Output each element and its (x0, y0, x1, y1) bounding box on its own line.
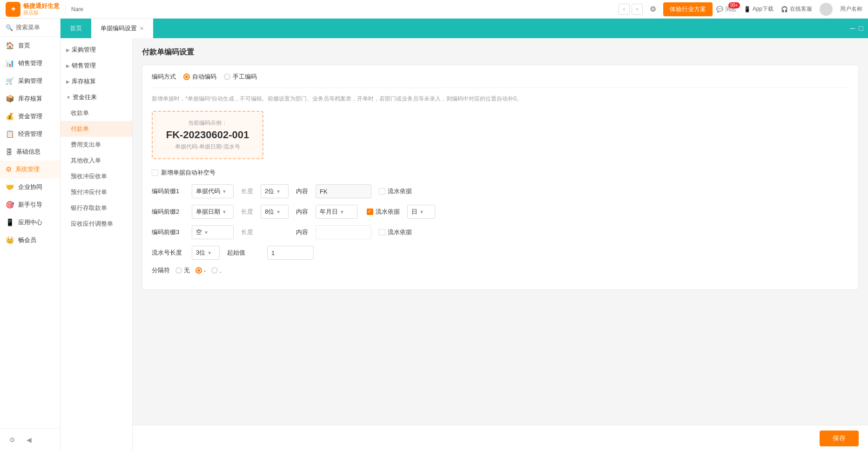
sub-group-inventory: ▶ 库存核算 (61, 74, 132, 89)
sub-group-sales-header[interactable]: ▶ 销售管理 (61, 58, 132, 74)
tab-maximize-button[interactable]: □ (859, 24, 863, 33)
sub-group-capital: ▼ 资金往来 收款单 付款单 费用支出单 其他收入单 (61, 89, 132, 232)
prefix1-serial-checkbox[interactable]: 流水依据 (379, 187, 412, 195)
prefix3-serial-checkbox[interactable]: 流水依据 (379, 228, 412, 236)
prefix2-select[interactable]: 单据日期 ▼ (192, 205, 234, 219)
serial-start-input[interactable]: 1 (267, 246, 314, 260)
auto-fill-checkbox[interactable] (152, 169, 158, 176)
sub-item-payment[interactable]: 付款单 (61, 121, 132, 137)
settings-button[interactable]: ⚙ (646, 3, 659, 16)
trial-button[interactable]: 体验行业方案 (663, 2, 713, 16)
hint-text: 新增单据时，*单据编码*自动生成，不可编辑。前缀设置为部门、业务员等档案类，开单… (152, 94, 849, 103)
sidebar-settings-button[interactable]: ⚙ (6, 433, 19, 446)
nav-back-button[interactable]: ‹ (619, 4, 630, 15)
sub-group-purchase-header[interactable]: ▶ 采购管理 (61, 42, 132, 58)
sub-item-prepay-pay[interactable]: 预付冲应付单 (61, 184, 132, 200)
auto-encode-radio[interactable]: 自动编码 (183, 73, 216, 81)
nav-arrows: ‹ › (619, 4, 643, 15)
sub-item-other-income[interactable]: 其他收入单 (61, 153, 132, 168)
prefix2-content-select[interactable]: 年月日 ▼ (316, 205, 357, 219)
avatar[interactable] (820, 3, 833, 16)
prefix3-label: 编码前缀3 (152, 228, 184, 236)
tabbar-right: ─ □ (850, 24, 868, 33)
sub-group-inventory-header[interactable]: ▶ 库存核算 (61, 74, 132, 89)
tab-home[interactable]: 首页 (61, 19, 91, 38)
prefix2-serial-checkbox[interactable]: 流水依据 (367, 208, 400, 216)
message-button[interactable]: 💬 消息 99+ (716, 5, 736, 13)
manual-encode-radio-btn (224, 74, 230, 80)
sidebar-item-sales[interactable]: 📊 销售管理 (0, 54, 60, 72)
preview-box: 当前编码示例： FK-20230602-001 单据代码-单据日期-流水号 (152, 111, 263, 159)
prefix2-unit-arrow-icon: ▼ (419, 209, 424, 215)
arrow-down-icon: ▼ (66, 95, 71, 100)
sidebar-item-purchase[interactable]: 🛒 采购管理 (0, 72, 60, 90)
prefix3-select[interactable]: 空 ▼ (192, 225, 234, 239)
sep-dash-radio[interactable]: - (195, 267, 206, 274)
message-badge: 99+ (728, 2, 740, 8)
logo-text: 畅捷通好生意 插店版 (23, 2, 60, 16)
prefix1-length-select[interactable]: 2位 ▼ (261, 184, 289, 198)
sep-none-radio-btn (175, 267, 182, 274)
serial-length-select[interactable]: 3位 ▼ (192, 246, 220, 260)
sidebar-item-finance[interactable]: 💰 资金管理 (0, 108, 60, 125)
serial-row: 流水号长度 3位 ▼ 起始值 1 (152, 246, 849, 260)
serial-length-arrow-icon: ▼ (207, 250, 212, 256)
prefix1-length-label: 长度 (241, 187, 253, 195)
tab-encoding[interactable]: 单据编码设置 ✕ (91, 19, 153, 38)
search-menu[interactable]: 🔍 搜索菜单 (0, 19, 60, 37)
sub-item-receipt[interactable]: 收款单 (61, 105, 132, 121)
sub-group-capital-header[interactable]: ▼ 资金往来 (61, 89, 132, 105)
prefix3-content-input[interactable] (316, 225, 371, 239)
sidebar-item-member[interactable]: 👑 畅会员 (0, 231, 60, 249)
sidebar-item-system[interactable]: ⚙ 系统管理 (0, 161, 60, 178)
sidebar-item-home[interactable]: 🏠 首页 (0, 37, 60, 54)
encoding-card: 编码方式 自动编码 手工编码 (142, 65, 859, 290)
finance-icon: 💰 (6, 112, 14, 121)
sidebar-item-operations[interactable]: 📋 经营管理 (0, 125, 60, 143)
sep-dot-radio[interactable]: . (211, 267, 222, 274)
preview-desc: 单据代码-单据日期-流水号 (164, 143, 251, 151)
tab-close-button[interactable]: ✕ (140, 26, 144, 32)
sidebar-item-basic[interactable]: 🗄 基础信息 (0, 143, 60, 161)
manual-encode-radio[interactable]: 手工编码 (224, 73, 257, 81)
tab-minimize-button[interactable]: ─ (850, 24, 855, 33)
sub-item-adjust[interactable]: 应收应付调整单 (61, 216, 132, 232)
app-download-button[interactable]: 📱 App下载 (744, 5, 774, 13)
topbar: ✦ 畅捷通好生意 插店版 Nare ‹ › ⚙ 体验行业方案 💬 消息 99+ … (0, 0, 868, 19)
encoding-type-row: 编码方式 自动编码 手工编码 (152, 73, 849, 88)
save-button[interactable]: 保存 (820, 431, 859, 446)
sub-item-expense[interactable]: 费用支出单 (61, 137, 132, 153)
sub-item-prepay-receive[interactable]: 预收冲应收单 (61, 168, 132, 184)
enterprise-icon: 🤝 (6, 183, 14, 191)
sub-group-purchase: ▶ 采购管理 (61, 42, 132, 58)
nav-forward-button[interactable]: › (632, 4, 643, 15)
sidebar-item-apps[interactable]: 📱 应用中心 (0, 214, 60, 231)
arrow-right-icon: ▶ (66, 63, 70, 68)
inventory-icon: 📦 (6, 94, 14, 103)
sub-item-bank[interactable]: 银行存取款单 (61, 200, 132, 216)
sidebar-item-enterprise[interactable]: 🤝 企业协同 (0, 178, 60, 196)
prefix2-arrow-icon: ▼ (222, 209, 227, 215)
prefix1-content-input[interactable]: FK (316, 184, 371, 198)
sidebar-item-guide[interactable]: 🎯 新手引导 (0, 196, 60, 214)
sidebar-collapse-button[interactable]: ◀ (22, 433, 35, 446)
prefix2-length-select[interactable]: 8位 ▼ (261, 205, 289, 219)
preview-code: FK-20230602-001 (164, 129, 251, 141)
prefix2-serial-unit-select[interactable]: 日 ▼ (407, 205, 435, 219)
prefix3-content-label: 内容 (296, 228, 308, 236)
prefix3-arrow-icon: ▼ (204, 230, 209, 235)
sidebar-item-inventory[interactable]: 📦 库存核算 (0, 90, 60, 108)
arrow-right-icon: ▶ (66, 79, 70, 84)
prefix1-select[interactable]: 单据代码 ▼ (192, 184, 234, 198)
username: 用户名称 (840, 5, 862, 13)
auto-encode-radio-btn (183, 74, 190, 80)
online-service-button[interactable]: 🎧 在线客服 (781, 5, 812, 13)
basic-icon: 🗄 (6, 148, 13, 156)
prefix2-length-label: 长度 (241, 208, 253, 216)
service-icon: 🎧 (781, 6, 788, 13)
guide-icon: 🎯 (6, 201, 14, 209)
message-icon: 💬 (716, 6, 723, 13)
encoding-type-radios: 自动编码 手工编码 (183, 73, 257, 81)
sep-none-radio[interactable]: 无 (175, 266, 190, 275)
divider (65, 5, 66, 14)
